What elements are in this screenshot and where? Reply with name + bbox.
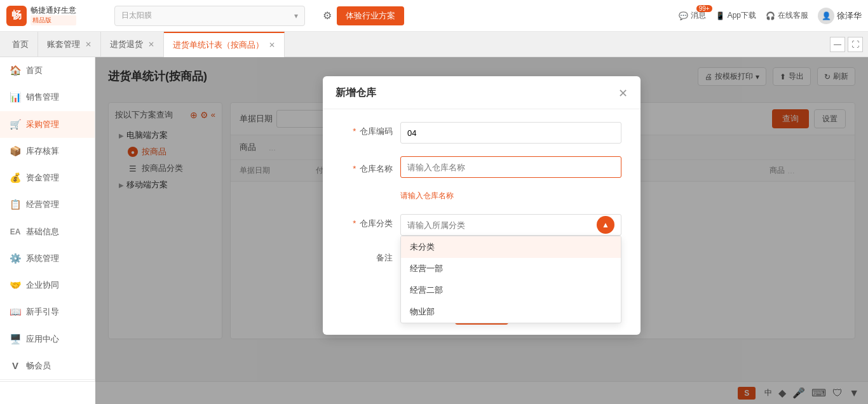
- dialog-header: 新增仓库 ✕: [323, 76, 641, 109]
- dialog-body: * 仓库编码 * 仓库名称: [323, 109, 641, 295]
- home-icon: 🏠: [10, 65, 21, 76]
- username-label: 徐泽华: [837, 10, 862, 22]
- sidebar-item-purchase-label: 采购管理: [26, 119, 59, 130]
- tab-home[interactable]: 首页: [3, 32, 38, 57]
- sidebar-item-finance-label: 资金管理: [26, 172, 59, 184]
- sidebar-item-operations[interactable]: 📋 经营管理: [0, 191, 95, 218]
- required-star-name: *: [353, 164, 356, 173]
- category-dropdown-list: 未分类 经营一部 经营二部 物业部: [400, 236, 621, 323]
- dialog-title: 新增仓库: [336, 86, 376, 100]
- sidebar-item-member[interactable]: V 畅会员: [0, 353, 95, 379]
- sidebar-item-enterprise[interactable]: 🤝 企业协同: [0, 272, 95, 299]
- sidebar-item-system-label: 系统管理: [26, 253, 59, 264]
- app-download-icon: 📱: [715, 11, 725, 20]
- category-option-dept2[interactable]: 经营二部: [401, 279, 621, 301]
- global-search[interactable]: 日太阳膜 ▾: [114, 6, 305, 26]
- category-dropdown-trigger[interactable]: ▲: [400, 214, 621, 236]
- tab-purchase-stat[interactable]: 进货单统计表（按商品） ✕: [164, 32, 285, 57]
- user-avatar: 👤: [818, 8, 834, 24]
- tab-purchase-return-label: 进货退货: [110, 39, 143, 50]
- required-star-category: *: [353, 219, 356, 228]
- sidebar-item-finance[interactable]: 💰 资金管理: [0, 165, 95, 191]
- search-text: 日太阳膜: [121, 10, 152, 21]
- tab-minimize-btn[interactable]: —: [830, 37, 845, 52]
- category-dropdown-container: ▲ 未分类 经营一部 经营二部 物业部: [400, 214, 621, 236]
- sidebar-item-newbie-label: 新手引导: [26, 306, 59, 318]
- code-label: * 仓库编码: [342, 122, 393, 137]
- tab-purchase-return-close[interactable]: ✕: [148, 40, 154, 49]
- app-center-icon: 🖥️: [10, 333, 21, 345]
- content-area: 进货单统计(按商品) 🖨 按模板打印 ▾ ⬆ 导出 ↻ 刷新: [95, 57, 868, 404]
- system-icon: ⚙️: [10, 253, 21, 264]
- sidebar-item-inventory[interactable]: 📦 库存核算: [0, 138, 95, 165]
- new-warehouse-dialog: 新增仓库 ✕ * 仓库编码: [323, 76, 641, 335]
- category-option-dept1[interactable]: 经营一部: [401, 258, 621, 279]
- newbie-icon: 📖: [10, 306, 21, 318]
- online-service-label: 在线客服: [778, 10, 808, 21]
- member-icon: V: [10, 360, 21, 372]
- sidebar-item-app-center-label: 应用中心: [26, 333, 59, 345]
- basic-info-icon: EA: [10, 226, 21, 238]
- sidebar-item-home-label: 首页: [26, 65, 43, 76]
- dialog-close-btn[interactable]: ✕: [618, 88, 628, 99]
- finance-icon: 💰: [10, 172, 21, 184]
- tab-purchase-return[interactable]: 进货退货 ✕: [101, 32, 164, 57]
- category-option-property[interactable]: 物业部: [401, 301, 621, 323]
- sidebar-item-app-center[interactable]: 🖥️ 应用中心: [0, 326, 95, 353]
- category-input[interactable]: [407, 220, 597, 230]
- settings-icon[interactable]: ⚙: [318, 6, 337, 25]
- sidebar-item-member-label: 畅会员: [26, 360, 51, 372]
- sidebar-item-basic-info[interactable]: EA 基础信息: [0, 219, 95, 245]
- sidebar: 🏠 首页 📊 销售管理 🛒 采购管理 📦 库存核算 💰 资金管理 📋 经营管理 …: [0, 57, 95, 404]
- online-service-item[interactable]: 🎧 在线客服: [766, 10, 808, 21]
- search-dropdown-icon: ▾: [294, 11, 298, 20]
- tab-controls: — ⛶: [830, 37, 868, 52]
- form-row-name: * 仓库名称 请输入仓库名称: [342, 156, 621, 201]
- sidebar-item-basic-info-label: 基础信息: [26, 226, 59, 238]
- name-label: * 仓库名称: [342, 159, 393, 175]
- sidebar-item-home[interactable]: 🏠 首页: [0, 57, 95, 84]
- tab-purchase-stat-label: 进货单统计表（按商品）: [173, 39, 264, 51]
- experience-btn[interactable]: 体验行业方案: [337, 6, 404, 25]
- sidebar-item-system[interactable]: ⚙️ 系统管理: [0, 245, 95, 272]
- sidebar-item-purchase[interactable]: 🛒 采购管理: [0, 111, 95, 138]
- category-label: * 仓库分类: [342, 214, 393, 229]
- sidebar-item-operations-label: 经营管理: [26, 199, 59, 210]
- message-badge: 99+: [696, 5, 712, 12]
- sidebar-item-sales[interactable]: 📊 销售管理: [0, 84, 95, 111]
- tab-account-close[interactable]: ✕: [85, 40, 92, 49]
- app-download-label: App下载: [728, 10, 756, 21]
- note-label: 备注: [342, 248, 393, 264]
- tab-account-label: 账套管理: [47, 39, 80, 50]
- user-area[interactable]: 👤 徐泽华: [818, 8, 862, 24]
- category-option-uncategorized[interactable]: 未分类: [401, 236, 621, 258]
- category-toggle-btn[interactable]: ▲: [597, 216, 614, 234]
- form-row-code: * 仓库编码: [342, 122, 621, 144]
- app-download-item[interactable]: 📱 App下载: [715, 10, 756, 21]
- sales-icon: 📊: [10, 91, 21, 103]
- tab-purchase-stat-close[interactable]: ✕: [269, 41, 275, 50]
- dialog-overlay: 新增仓库 ✕ * 仓库编码: [95, 57, 868, 404]
- app-name: 畅捷通好生意: [31, 6, 76, 16]
- warehouse-name-input[interactable]: [400, 156, 621, 178]
- message-icon-item[interactable]: 💬 消息 99+: [679, 10, 706, 21]
- warehouse-code-input[interactable]: [400, 122, 621, 144]
- purchase-icon: 🛒: [10, 119, 21, 130]
- enterprise-icon: 🤝: [10, 279, 21, 291]
- tab-home-label: 首页: [12, 39, 29, 50]
- app-logo-icon: 畅: [6, 6, 27, 26]
- logo-area: 畅 畅捷通好生意 精品版: [6, 6, 102, 26]
- tab-bar: 首页 账套管理 ✕ 进货退货 ✕ 进货单统计表（按商品） ✕ — ⛶: [0, 32, 868, 57]
- message-icon: 💬: [679, 11, 688, 20]
- top-header: 畅 畅捷通好生意 精品版 日太阳膜 ▾ ⚙ 体验行业方案 💬 消息 99+ 📱 …: [0, 0, 868, 32]
- name-error-msg: 请输入仓库名称: [400, 191, 454, 201]
- form-row-category: * 仓库分类 ▲ 未分类 经营一部 经营二部: [342, 214, 621, 236]
- sidebar-item-enterprise-label: 企业协同: [26, 279, 59, 291]
- tab-expand-btn[interactable]: ⛶: [848, 37, 863, 52]
- main-layout: 🏠 首页 📊 销售管理 🛒 采购管理 📦 库存核算 💰 资金管理 📋 经营管理 …: [0, 57, 868, 404]
- sidebar-item-newbie[interactable]: 📖 新手引导: [0, 299, 95, 325]
- header-actions: 💬 消息 99+ 📱 App下载 🎧 在线客服 👤 徐泽华: [679, 8, 862, 24]
- headset-icon: 🎧: [766, 11, 775, 20]
- tab-account[interactable]: 账套管理 ✕: [38, 32, 101, 57]
- operations-icon: 📋: [10, 199, 21, 210]
